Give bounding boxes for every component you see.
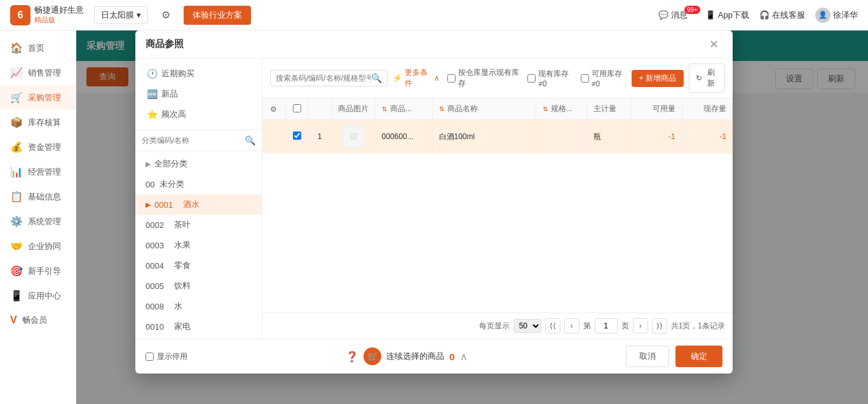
new-product-button[interactable]: + 新增商品 — [632, 70, 684, 87]
row-spec — [536, 120, 587, 154]
sidebar-item-guide[interactable]: 🎯 新手引导 — [0, 259, 76, 283]
search-bar: 🔍 ⚡ 更多条件 ∧ 按仓库显示现 — [262, 58, 733, 98]
filter-button[interactable]: ⚡ 更多条件 ∧ — [393, 67, 440, 89]
logo-sub: 精品版 — [34, 15, 84, 25]
search-input-wrap: 🔍 — [270, 70, 388, 86]
row-code: 000600... — [375, 120, 432, 154]
cb-warehouse[interactable]: 按仓库显示现有库存 — [447, 67, 520, 89]
column-settings-icon[interactable]: ⚙ — [270, 105, 277, 114]
sidebar-item-home[interactable]: 🏠 首页 — [0, 36, 76, 60]
page-suffix: 页 — [621, 321, 629, 332]
product-table: ⚙ 商品图片 — [262, 98, 733, 154]
vip-icon: V — [10, 314, 17, 326]
row-settings — [262, 120, 285, 154]
nav-dropdown[interactable]: 日太阳膜 ▾ — [94, 6, 148, 24]
row-stock: -1 — [682, 120, 733, 154]
cat-0002[interactable]: 0002 茶叶 — [135, 215, 262, 235]
collapse-panel-button[interactable]: ‹ — [262, 184, 262, 214]
th-stock: 现存量 — [682, 98, 733, 120]
tab-new[interactable]: 🆕 新品 — [140, 84, 257, 104]
th-spec[interactable]: ⇅ 规格... — [536, 98, 587, 120]
online-service-item[interactable]: 🎧 在线客服 — [759, 10, 805, 21]
product-table-wrap: ⚙ 商品图片 — [262, 98, 733, 313]
th-settings[interactable]: ⚙ — [262, 98, 285, 120]
cat-0004[interactable]: 0004 零食 — [135, 255, 262, 276]
sidebar-item-purchase[interactable]: 🛒 采购管理 — [0, 85, 76, 110]
collapse-footer-icon[interactable]: ∧ — [460, 351, 468, 363]
cat-all[interactable]: ▶ 全部分类 — [135, 154, 262, 174]
sidebar-item-apps[interactable]: 📱 应用中心 — [0, 283, 76, 308]
cart-icon: 🛒 — [363, 347, 381, 365]
sales-icon: 📈 — [10, 67, 23, 79]
operations-icon: 📊 — [10, 166, 23, 178]
first-page-button[interactable]: ⟨⟨ — [545, 318, 560, 333]
modal-close-button[interactable]: ✕ — [705, 36, 722, 53]
guide-icon: 🎯 — [10, 265, 23, 277]
th-image: 商品图片 — [331, 98, 375, 120]
product-search-icon[interactable]: 🔍 — [371, 73, 382, 83]
page-label-text: 第 — [583, 321, 591, 332]
sidebar-item-operations[interactable]: 📊 经营管理 — [0, 159, 76, 184]
user-avatar[interactable]: 👤 徐泽华 — [815, 8, 858, 23]
sidebar-item-sales[interactable]: 📈 销售管理 — [0, 60, 76, 85]
messages-item[interactable]: 💬 消息 99+ — [658, 10, 695, 21]
th-name[interactable]: ⇅ 商品名称 — [432, 98, 536, 120]
help-icon[interactable]: ❓ — [346, 351, 358, 363]
footer-left: 显示停用 — [146, 351, 187, 362]
arrow-icon: ▶ — [146, 201, 151, 209]
th-unit: 主计量 — [587, 98, 631, 120]
category-search-icon[interactable]: 🔍 — [245, 135, 255, 145]
cancel-button[interactable]: 取消 — [626, 346, 669, 367]
cat-0010[interactable]: 0010 家电 — [135, 316, 262, 337]
cat-unclassified[interactable]: 00 未分类 — [135, 174, 262, 194]
phone-icon: 📱 — [705, 10, 715, 20]
page-number-input[interactable] — [595, 318, 618, 333]
username: 徐泽华 — [833, 10, 858, 21]
trial-button[interactable]: 体验行业方案 — [184, 6, 251, 25]
prev-page-button[interactable]: ‹ — [564, 318, 580, 333]
image-placeholder-icon: 🖼 — [349, 132, 357, 141]
category-list: ▶ 全部分类 00 未分类 ▶ 0001 — [135, 151, 262, 339]
row-name: 白酒100ml — [432, 120, 536, 154]
last-page-button[interactable]: ⟩⟩ — [652, 318, 667, 333]
cb-avail-ne0[interactable]: 可用库存≠0 — [581, 69, 627, 88]
settings-icon[interactable]: ⚙ — [156, 5, 176, 25]
row-unit: 瓶 — [587, 120, 631, 154]
app-download-item[interactable]: 📱 App下载 — [705, 10, 749, 21]
product-search-input[interactable] — [276, 74, 371, 83]
table-header-row: ⚙ 商品图片 — [262, 98, 733, 120]
sidebar-item-base-info[interactable]: 📋 基础信息 — [0, 184, 76, 209]
cat-0001[interactable]: ▶ 0001 酒水 — [135, 194, 262, 215]
show-disabled-checkbox[interactable]: 显示停用 — [146, 351, 187, 362]
cb-stock-ne0[interactable]: 现有库存≠0 — [527, 69, 573, 88]
logo-icon: 6 — [10, 5, 31, 25]
select-all-checkbox[interactable] — [293, 104, 301, 112]
next-page-button[interactable]: › — [633, 318, 648, 333]
sidebar-item-system[interactable]: ⚙️ 系统管理 — [0, 209, 76, 234]
row-checkbox[interactable] — [285, 120, 308, 154]
cat-0005[interactable]: 0005 饮料 — [135, 276, 262, 296]
filter-icon: ⚡ — [393, 74, 402, 83]
refresh-button[interactable]: ↻ 刷新 — [689, 64, 725, 93]
cat-0008[interactable]: 0008 水 — [135, 296, 262, 316]
tab-frequent[interactable]: ⭐ 频次高 — [140, 104, 257, 125]
table-row[interactable]: 1 🖼 000600... — [262, 120, 733, 154]
per-page-select[interactable]: 50 — [513, 319, 541, 333]
footer-center: ❓ 🛒 连续选择的商品 0 ∧ — [346, 347, 467, 365]
tab-recent[interactable]: 🕐 近期购买 — [140, 64, 257, 84]
modal-footer: 显示停用 ❓ 🛒 连续选择的商品 0 ∧ 取消 确定 — [135, 339, 733, 374]
sidebar-item-finance[interactable]: 💰 资金管理 — [0, 135, 76, 159]
confirm-button[interactable]: 确定 — [675, 346, 722, 367]
expand-all-icon: ▶ — [146, 160, 151, 168]
right-panel: 🔍 ⚡ 更多条件 ∧ 按仓库显示现 — [262, 58, 733, 339]
star-icon: ⭐ — [147, 109, 158, 119]
category-search-input[interactable] — [142, 136, 241, 145]
sidebar-item-vip[interactable]: V 畅会员 — [0, 308, 76, 332]
cat-0003[interactable]: 0003 水果 — [135, 235, 262, 255]
th-checkbox[interactable] — [285, 98, 308, 120]
sidebar-item-inventory[interactable]: 📦 库存核算 — [0, 110, 76, 135]
home-icon: 🏠 — [10, 42, 23, 54]
th-code[interactable]: ⇅ 商品... — [375, 98, 432, 120]
quick-tabs: 🕐 近期购买 🆕 新品 ⭐ 频次高 — [135, 58, 262, 130]
sidebar-item-collab[interactable]: 🤝 企业协同 — [0, 234, 76, 259]
